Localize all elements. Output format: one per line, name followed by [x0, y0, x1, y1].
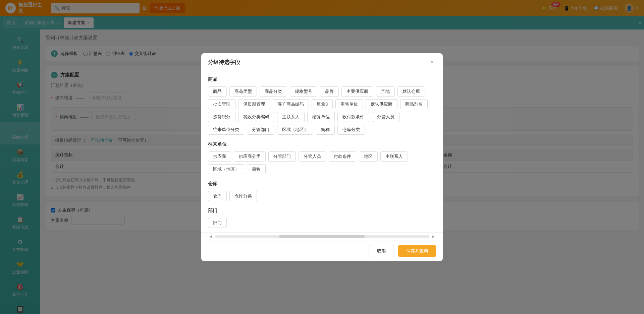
- field-tag-brand[interactable]: 品牌: [320, 86, 339, 97]
- field-tag-region-counter[interactable]: 区域（地区）: [208, 164, 244, 174]
- product-field-tags: 商品 商品类型 商品分类 规格型号 品牌 主要供应商 产地 默认仓库 批次管理 …: [208, 86, 436, 135]
- field-tag-expiry-mgmt[interactable]: 保质期管理: [238, 99, 270, 109]
- field-tag-pay-terms[interactable]: 付款条件: [329, 151, 356, 162]
- field-tag-short-counter[interactable]: 简称: [247, 164, 266, 174]
- field-tag-dept-field[interactable]: 部门: [208, 218, 227, 228]
- field-group-department: 部门 部门: [208, 208, 436, 228]
- field-tag-from-unit-cat[interactable]: 往来单位分类: [208, 125, 244, 135]
- field-group-warehouse-title: 仓库: [208, 181, 436, 187]
- scroll-right-arrow[interactable]: ▶: [431, 234, 436, 239]
- field-tag-default-supplier[interactable]: 默认供应商: [366, 99, 397, 109]
- field-group-product-title: 商品: [208, 76, 436, 82]
- field-group-counterparty-title: 往来单位: [208, 141, 436, 147]
- confirm-button[interactable]: 保存并查询: [398, 245, 436, 257]
- field-tag-alias[interactable]: 商品别名: [400, 99, 428, 109]
- field-tag-mgmt-dept[interactable]: 分管部门: [247, 125, 274, 135]
- modal-title: 分组待选字段: [208, 59, 240, 66]
- horizontal-scrollbar: ◀ ▶: [208, 234, 436, 239]
- counterparty-field-tags: 供应商 供应商分类 分管部门 分管人员 付款条件 地区 主联系人 区域（地区） …: [208, 151, 436, 174]
- cancel-button[interactable]: 取消: [369, 245, 394, 257]
- field-tag-wh-type[interactable]: 仓库分类: [229, 191, 257, 201]
- scroll-track[interactable]: [215, 235, 429, 238]
- field-tag-batch-mgmt[interactable]: 批次管理: [208, 99, 235, 109]
- field-tag-supplier[interactable]: 供应商: [208, 151, 231, 162]
- modal-close-btn[interactable]: ×: [428, 59, 436, 67]
- field-tag-weight3[interactable]: 重量3: [312, 99, 333, 109]
- modal-overlay: 分组待选字段 × 商品 商品 商品类型 商品分类 规格型号 品牌 主要供应商 产…: [0, 0, 644, 314]
- field-tag-goods[interactable]: 商品: [208, 86, 227, 97]
- modal-body: 商品 商品 商品类型 商品分类 规格型号 品牌 主要供应商 产地 默认仓库 批次…: [201, 71, 443, 232]
- field-tag-wh-cat[interactable]: 仓库分类: [337, 125, 365, 135]
- field-tag-dept-person[interactable]: 分管人员: [299, 151, 326, 162]
- field-group-department-title: 部门: [208, 208, 436, 214]
- modal: 分组待选字段 × 商品 商品 商品类型 商品分类 规格型号 品牌 主要供应商 产…: [201, 53, 443, 261]
- field-tag-supplier-cat[interactable]: 供应商分类: [234, 151, 266, 162]
- department-field-tags: 部门: [208, 218, 436, 228]
- field-tag-default-wh[interactable]: 默认仓库: [397, 86, 425, 97]
- field-tag-goods-type[interactable]: 商品类型: [229, 86, 257, 97]
- field-tag-cust-code[interactable]: 客户商品编码: [273, 99, 309, 109]
- field-tag-area[interactable]: 地区: [359, 151, 378, 162]
- field-tag-main-contact2[interactable]: 主联系人: [380, 151, 408, 162]
- scroll-thumb: [279, 235, 365, 238]
- field-tag-main-contact[interactable]: 主联系人: [277, 112, 305, 122]
- field-group-warehouse: 仓库 仓库 仓库分类: [208, 181, 436, 201]
- field-tag-settle-unit[interactable]: 结算单位: [307, 112, 335, 122]
- field-tag-goods-cat[interactable]: 商品分类: [260, 86, 287, 97]
- field-tag-pick-points[interactable]: 拣货积分: [208, 112, 235, 122]
- field-tag-spec-type[interactable]: 规格型号: [290, 86, 317, 97]
- scroll-left-arrow[interactable]: ◀: [208, 234, 213, 239]
- field-tag-payment-terms[interactable]: 收付款条件: [337, 112, 369, 122]
- modal-header: 分组待选字段 ×: [201, 53, 443, 71]
- field-tag-dept[interactable]: 分管部门: [268, 151, 296, 162]
- field-tag-main-supplier[interactable]: 主要供应商: [341, 86, 373, 97]
- field-tag-region-product[interactable]: 区域（地区）: [277, 125, 313, 135]
- field-tag-manager[interactable]: 分管人员: [372, 112, 399, 122]
- field-tag-wh[interactable]: 仓库: [208, 191, 227, 201]
- modal-hscroll: ◀ ▶: [201, 232, 443, 241]
- field-tag-origin[interactable]: 产地: [376, 86, 395, 97]
- field-tag-tax-code[interactable]: 税收分类编码: [238, 112, 274, 122]
- field-tag-retail-unit[interactable]: 零售单位: [335, 99, 363, 109]
- field-group-counterparty: 往来单位 供应商 供应商分类 分管部门 分管人员 付款条件 地区 主联系人 区域…: [208, 141, 436, 174]
- field-group-product: 商品 商品 商品类型 商品分类 规格型号 品牌 主要供应商 产地 默认仓库 批次…: [208, 76, 436, 135]
- warehouse-field-tags: 仓库 仓库分类: [208, 191, 436, 201]
- modal-footer: 取消 保存并查询: [201, 241, 443, 261]
- field-tag-short-name[interactable]: 简称: [316, 125, 335, 135]
